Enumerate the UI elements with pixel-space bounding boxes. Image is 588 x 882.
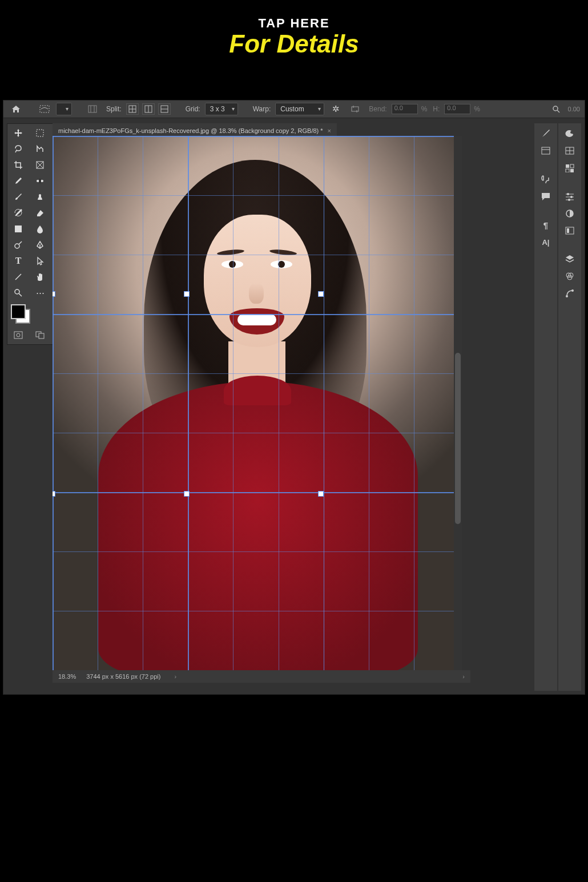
grid-preset-icon[interactable] — [84, 102, 100, 116]
svg-rect-19 — [39, 179, 41, 183]
h-input[interactable]: 0.0 — [444, 104, 470, 114]
doc-dimensions: 3744 px x 5616 px (72 ppi) — [86, 673, 160, 680]
quick-mask-icon[interactable] — [10, 328, 27, 342]
svg-point-25 — [15, 289, 19, 294]
svg-rect-39 — [570, 169, 574, 172]
comments-icon[interactable] — [538, 190, 554, 203]
status-bar: 18.3% 3744 px x 5616 px (72 ppi) › › — [53, 670, 470, 683]
svg-point-41 — [567, 193, 569, 195]
split-vert-icon[interactable] — [142, 103, 155, 115]
promo-banner[interactable]: TAP HERE For Details — [0, 0, 588, 58]
bend-pct: % — [421, 105, 428, 113]
status-scroll-right-icon[interactable]: › — [462, 673, 465, 680]
channels-icon[interactable] — [562, 269, 578, 283]
svg-point-22 — [15, 244, 19, 248]
edit-toolbar-icon[interactable]: ⋯ — [31, 286, 49, 300]
libraries-icon[interactable] — [562, 224, 578, 237]
bend-input[interactable]: 0.0 — [392, 104, 418, 114]
line-tool[interactable] — [10, 270, 27, 284]
paragraph-icon[interactable]: ¶ — [538, 218, 554, 232]
tools-panel: T ⋯ — [7, 123, 54, 345]
close-tab-icon[interactable]: × — [328, 127, 331, 134]
zoom-level[interactable]: 18.3% — [58, 673, 76, 680]
selection-tool[interactable] — [31, 142, 49, 156]
color-swatch[interactable] — [10, 302, 51, 326]
path-select-tool[interactable] — [31, 254, 49, 268]
adjustments-circle-icon[interactable] — [562, 207, 578, 220]
svg-rect-36 — [566, 164, 569, 168]
svg-rect-31 — [542, 147, 550, 154]
split-cross-icon[interactable] — [126, 103, 139, 115]
gradient-tool[interactable] — [10, 222, 27, 236]
type-tool[interactable]: T — [10, 254, 27, 268]
fg-color[interactable] — [11, 304, 26, 319]
eyedropper-tool[interactable] — [10, 174, 27, 188]
search-value: 0.00 — [568, 106, 580, 112]
brushes-icon[interactable] — [538, 144, 554, 158]
svg-rect-11 — [352, 107, 359, 111]
pen-tool[interactable] — [31, 238, 49, 252]
vertical-scrollbar[interactable] — [454, 136, 462, 670]
hand-tool[interactable] — [31, 270, 49, 284]
history-brush-tool[interactable] — [10, 206, 27, 220]
photo-image — [53, 136, 459, 670]
right-panels: ¶ A| — [534, 123, 581, 691]
h-pct: % — [474, 105, 480, 113]
brush-tool[interactable] — [10, 190, 27, 204]
split-label: Split: — [106, 105, 122, 113]
blur-tool[interactable] — [31, 222, 49, 236]
dodge-tool[interactable] — [10, 238, 27, 252]
svg-line-26 — [19, 293, 22, 296]
swatches-icon[interactable] — [562, 144, 578, 158]
zoom-tool[interactable] — [10, 286, 27, 300]
svg-rect-14 — [37, 130, 43, 136]
options-bar: Split: Grid: 3 x 3 Warp: Custom ✲ Bend: … — [3, 100, 585, 118]
warp-orientation-icon[interactable] — [347, 102, 363, 116]
paths-icon[interactable] — [562, 287, 578, 300]
svg-rect-1 — [88, 106, 96, 112]
svg-line-24 — [15, 274, 21, 280]
svg-point-28 — [17, 333, 20, 337]
bend-label: Bend: — [369, 105, 386, 113]
frame-tool[interactable] — [31, 158, 49, 172]
color-icon[interactable] — [562, 127, 578, 140]
tap-here-text: TAP HERE — [0, 16, 588, 31]
crop-tool[interactable] — [10, 158, 27, 172]
gradients-icon[interactable] — [562, 161, 578, 175]
svg-line-23 — [19, 241, 22, 244]
for-details-text: For Details — [0, 30, 588, 58]
tab-title: michael-dam-mEZ3PoFGs_k-unsplash-Recover… — [58, 127, 323, 134]
layers-icon[interactable] — [562, 252, 578, 266]
right-col-b — [558, 123, 581, 691]
document-tab[interactable]: michael-dam-mEZ3PoFGs_k-unsplash-Recover… — [53, 123, 337, 136]
split-horiz-icon[interactable] — [158, 103, 171, 115]
eraser-tool[interactable] — [31, 206, 49, 220]
screen-mode-icon[interactable] — [31, 328, 49, 342]
svg-rect-38 — [566, 169, 569, 172]
adjustments-sliders-icon[interactable] — [562, 190, 578, 203]
character-icon[interactable]: A| — [538, 235, 554, 249]
grid-dropdown[interactable]: 3 x 3 — [205, 103, 238, 115]
warp-dropdown[interactable]: Custom — [275, 103, 324, 115]
svg-line-13 — [557, 110, 559, 112]
healing-brush-tool[interactable] — [31, 174, 49, 188]
search-icon[interactable] — [549, 102, 565, 116]
warp-label: Warp: — [253, 105, 271, 113]
lasso-tool[interactable] — [10, 142, 27, 156]
warp-settings-gear-icon[interactable]: ✲ — [328, 102, 344, 116]
right-col-a: ¶ A| — [534, 123, 557, 691]
marquee-tool[interactable] — [31, 126, 49, 140]
h-label: H: — [433, 105, 440, 113]
brush-settings-icon[interactable] — [538, 127, 554, 140]
photoshop-window: Split: Grid: 3 x 3 Warp: Custom ✲ Bend: … — [3, 100, 585, 695]
status-nav-right-icon[interactable]: › — [174, 673, 176, 680]
warp-orientation-dd[interactable] — [56, 103, 72, 115]
warp-mode-icon[interactable] — [37, 102, 53, 116]
svg-rect-30 — [39, 333, 44, 339]
clone-source-icon[interactable] — [538, 172, 554, 186]
clone-stamp-tool[interactable] — [31, 190, 49, 204]
canvas[interactable] — [53, 136, 459, 670]
home-icon[interactable] — [8, 102, 24, 116]
move-tool[interactable] — [10, 126, 27, 140]
scrollbar-thumb[interactable] — [455, 353, 461, 524]
